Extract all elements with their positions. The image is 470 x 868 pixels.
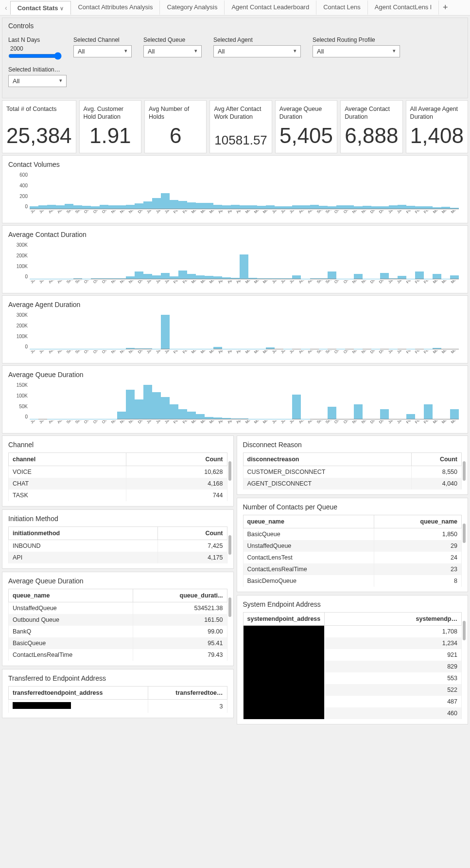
table-row[interactable]: BasicQueue1,850: [243, 528, 462, 541]
table-row[interactable]: BankQ99.00: [9, 626, 227, 637]
kpi-card: Average Queue Duration5,405: [275, 100, 337, 153]
table-row[interactable]: ContactLensTest24: [243, 552, 462, 563]
queue-select[interactable]: All: [143, 45, 202, 57]
bar: [345, 279, 354, 279]
table-row[interactable]: 3: [9, 700, 227, 713]
scrollbar[interactable]: [228, 461, 231, 481]
bar: [117, 412, 126, 419]
bar: [143, 348, 152, 349]
scrollbar[interactable]: [463, 461, 466, 481]
column-header[interactable]: Count: [157, 527, 227, 540]
table-row[interactable]: 1,708: [243, 626, 462, 638]
table-row[interactable]: Outbound Queue161.50: [9, 614, 227, 626]
cell: 460: [325, 707, 462, 719]
column-header[interactable]: transferredtoendpoint_address: [9, 687, 148, 700]
routing-select[interactable]: All: [313, 45, 400, 57]
tab-category-analysis[interactable]: Category Analysis: [160, 0, 225, 15]
avg-queue-duration-card: Average Queue Duration150K100K50K0Jul 1……: [2, 365, 468, 434]
avg-queue-duration-chart: 150K100K50K0Jul 1…Jul 2…Aug 2…Aug 9…Sep …: [30, 382, 459, 431]
column-header[interactable]: queue_durati...: [133, 589, 227, 602]
column-header[interactable]: systemendpoint_address: [243, 613, 325, 626]
column-header[interactable]: disconnectreason: [243, 453, 411, 466]
agent-select[interactable]: All: [213, 45, 301, 57]
bar: [433, 207, 441, 209]
bar: [380, 409, 389, 419]
column-header[interactable]: Count: [126, 453, 227, 466]
table-row[interactable]: AGENT_DISCONNECT4,040: [243, 478, 462, 489]
cell: 1,234: [325, 637, 462, 649]
bar: [275, 278, 283, 279]
column-header[interactable]: transferredtoe…: [148, 687, 227, 700]
bar: [240, 205, 248, 209]
tab-contact-lens[interactable]: Contact Lens: [316, 0, 368, 15]
add-tab-button[interactable]: +: [439, 2, 452, 13]
data-table: systemendpoint_addresssystemendp…1,7081,…: [243, 612, 462, 719]
bar: [82, 279, 91, 279]
column-header[interactable]: initiationmethod: [9, 527, 158, 540]
bar: [126, 276, 135, 279]
bar: [354, 404, 363, 419]
bar: [292, 395, 301, 419]
tab-contact-attributes-analysis[interactable]: Contact Attributes Analysis: [71, 0, 160, 15]
scrollbar[interactable]: [463, 524, 466, 543]
table-row[interactable]: TASK744: [9, 489, 227, 501]
last-n-days-slider[interactable]: [8, 52, 62, 60]
column-header[interactable]: channel: [9, 453, 126, 466]
scrollbar[interactable]: [228, 597, 231, 617]
bar: [56, 205, 65, 209]
scrollbar[interactable]: [463, 621, 466, 640]
column-header[interactable]: queue_name: [374, 515, 462, 528]
initiation-select[interactable]: All: [8, 75, 67, 87]
bar: [38, 205, 47, 209]
scrollbar[interactable]: [228, 535, 231, 555]
system-endpoint-card: System Endpoint Addresssystemendpoint_ad…: [237, 595, 469, 724]
table-row[interactable]: CHAT4,168: [9, 478, 227, 489]
column-header[interactable]: queue_name: [9, 589, 133, 602]
column-header[interactable]: Count: [411, 453, 461, 466]
tabs-scroll-left[interactable]: ‹: [2, 4, 10, 12]
table-row[interactable]: API4,175: [9, 552, 227, 563]
cell: UnstaffedQueue: [243, 540, 374, 552]
table-row[interactable]: CUSTOMER_DISCONNECT8,550: [243, 466, 462, 478]
cell: 553: [325, 672, 462, 684]
cell: 99.00: [133, 626, 227, 637]
channel-select[interactable]: All: [73, 45, 132, 57]
table-row[interactable]: INBOUND7,425: [9, 540, 227, 552]
kpi-label: Avg Number of Holds: [149, 106, 202, 121]
table-row[interactable]: ContactLensRealTime79.43: [9, 649, 227, 661]
tab-contact-stats[interactable]: Contact Stats∨: [10, 1, 71, 15]
bar: [319, 278, 328, 279]
cell: BasicDemoQueue: [243, 575, 374, 587]
controls-panel: Controls Last N Days 2000 Selected Chann…: [2, 18, 468, 98]
table-row[interactable]: VOICE10,628: [9, 466, 227, 478]
cell: 23: [374, 563, 462, 575]
tab-agent-contactlens-l[interactable]: Agent ContactLens l: [368, 0, 439, 15]
table-row[interactable]: BasicQueue95.41: [9, 637, 227, 649]
bar: [266, 205, 275, 209]
bar: [266, 278, 275, 279]
cell: VOICE: [9, 466, 126, 478]
table-row[interactable]: UnstaffedQueue29: [243, 540, 462, 552]
bar: [283, 206, 292, 209]
cell: 1,708: [325, 626, 462, 638]
tab-agent-contact-leaderboard[interactable]: Agent Contact Leaderboard: [225, 0, 316, 15]
column-header[interactable]: queue_name: [243, 515, 374, 528]
bar: [170, 276, 178, 279]
column-header[interactable]: systemendp…: [325, 613, 462, 626]
bar: [135, 348, 143, 349]
cell: 534521.38: [133, 602, 227, 615]
table-row[interactable]: BasicDemoQueue8: [243, 575, 462, 587]
cell: CUSTOMER_DISCONNECT: [243, 466, 411, 478]
table-row[interactable]: UnstaffedQueue534521.38: [9, 602, 227, 615]
bar: [292, 205, 301, 209]
bar: [328, 206, 336, 209]
card-title: Average Queue Duration: [8, 577, 227, 585]
kpi-card: Avg After Contact Work Duration10581.57: [209, 100, 272, 153]
cell: 4,168: [126, 478, 227, 489]
cell: AGENT_DISCONNECT: [243, 478, 411, 489]
bar: [196, 203, 205, 209]
average-queue-duration-card: Average Queue Durationqueue_namequeue_du…: [2, 572, 234, 666]
data-table: queue_namequeue_nameBasicQueue1,850Unsta…: [243, 515, 462, 587]
table-row[interactable]: ContactLensRealTime23: [243, 563, 462, 575]
bar: [240, 418, 248, 419]
